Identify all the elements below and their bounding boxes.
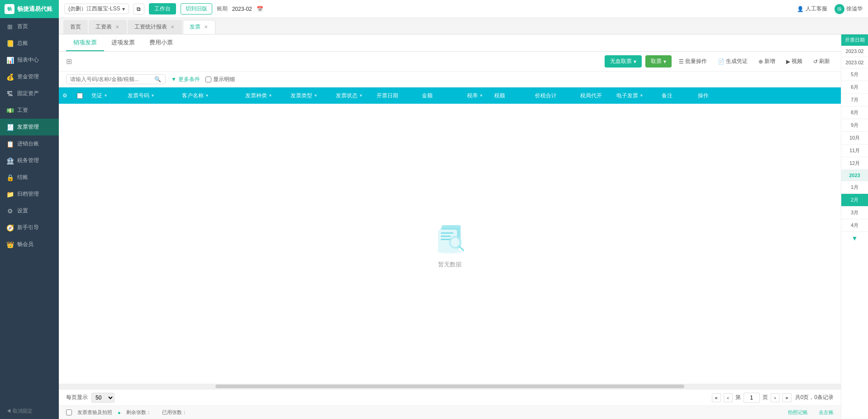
workbench-button[interactable]: 工作台 bbox=[149, 3, 176, 14]
th-tax-rate-filter[interactable]: ▼ bbox=[479, 93, 483, 98]
batch-op-button[interactable]: ☰ 批量操作 bbox=[675, 56, 711, 67]
tab-invoice-mgmt[interactable]: 发票 ✕ bbox=[183, 20, 215, 34]
subtab-sales[interactable]: 销项发票 bbox=[66, 35, 104, 51]
date-item-6[interactable]: 6月 bbox=[841, 81, 868, 94]
new-button[interactable]: ⊕ 新增 bbox=[755, 56, 779, 67]
date-item-5[interactable]: 5月 bbox=[841, 68, 868, 81]
date-item-2-current[interactable]: 2月 bbox=[841, 194, 868, 207]
invoice-icon: 🧾 bbox=[6, 124, 14, 131]
unpin-sidebar[interactable]: ◀ 取消固定 bbox=[0, 403, 59, 419]
th-electronic-filter[interactable]: ▼ bbox=[639, 93, 644, 98]
date-item-3[interactable]: 3月 bbox=[841, 207, 868, 219]
sidebar-item-home[interactable]: ⊞ 首页 bbox=[0, 18, 59, 35]
scroll-down-button[interactable]: ▼ bbox=[841, 232, 868, 245]
th-invoice-no-filter[interactable]: ▼ bbox=[151, 93, 155, 98]
tab-home[interactable]: 首页 bbox=[63, 20, 88, 34]
calendar-icon[interactable]: 📅 bbox=[257, 6, 263, 12]
empty-message: 暂无数据 bbox=[438, 260, 462, 269]
next-page-button[interactable]: › bbox=[771, 393, 780, 402]
batch-label: 批量操作 bbox=[685, 58, 707, 65]
customer-service[interactable]: 👤 人工客服 bbox=[797, 5, 827, 13]
tab-payroll-table[interactable]: 工资表 ✕ bbox=[89, 20, 127, 34]
gen-voucher-button[interactable]: 📄 生成凭证 bbox=[714, 56, 751, 67]
select-all-checkbox[interactable] bbox=[77, 93, 83, 99]
first-page-button[interactable]: « bbox=[712, 393, 721, 402]
sidebar-item-label: 资金管理 bbox=[17, 73, 39, 81]
close-payroll-tab[interactable]: ✕ bbox=[114, 24, 120, 30]
subtab-purchase[interactable]: 进项发票 bbox=[104, 35, 142, 51]
sidebar-item-settings[interactable]: ⚙ 设置 bbox=[0, 202, 59, 219]
search-box[interactable]: 🔍 bbox=[66, 74, 166, 84]
date-item-7[interactable]: 7月 bbox=[841, 94, 868, 106]
date-item-2023-02-b[interactable]: 2023.02 bbox=[841, 57, 868, 68]
sidebar-item-reports[interactable]: 📊 报表中心 bbox=[0, 52, 59, 68]
sidebar-item-general-ledger[interactable]: 📒 总账 bbox=[0, 35, 59, 52]
refresh-button[interactable]: ↺ 刷新 bbox=[810, 56, 834, 67]
go-right-link[interactable]: 去左账 bbox=[819, 409, 834, 416]
date-item-label: 9月 bbox=[851, 122, 858, 128]
horizontal-scrollbar[interactable] bbox=[59, 384, 841, 389]
video-button[interactable]: ▶ 视频 bbox=[782, 56, 806, 67]
scroll-thumb[interactable] bbox=[215, 385, 685, 388]
show-detail-checkbox[interactable]: 显示明细 bbox=[205, 76, 235, 83]
last-page-button[interactable]: » bbox=[782, 393, 792, 402]
sidebar-item-label: 新手引导 bbox=[17, 224, 39, 231]
empty-illustration bbox=[432, 219, 468, 255]
sidebar-item-guide[interactable]: 🧭 新手引导 bbox=[0, 219, 59, 236]
close-payroll-stat-tab[interactable]: ✕ bbox=[170, 24, 175, 30]
th-tax-label: 税额 bbox=[494, 92, 505, 100]
date-item-label: 6月 bbox=[851, 84, 858, 90]
page-unit: 页 bbox=[763, 394, 768, 401]
new-icon: ⊕ bbox=[758, 58, 763, 65]
th-customer: 客户名称 ▼ bbox=[178, 87, 242, 104]
date-panel-header[interactable]: 开票日期 bbox=[841, 34, 868, 46]
date-item-8[interactable]: 8月 bbox=[841, 106, 868, 119]
check-verify-checkbox[interactable] bbox=[66, 409, 72, 415]
sidebar-item-label: 报表中心 bbox=[17, 56, 39, 64]
get-invoice-button[interactable]: 取票 ▾ bbox=[645, 55, 672, 67]
th-tax-total: 价税合计 bbox=[531, 87, 577, 104]
unpin-label: ◀ 取消固定 bbox=[6, 408, 33, 414]
date-item-4[interactable]: 4月 bbox=[841, 219, 868, 232]
th-invoice-type-filter[interactable]: ▼ bbox=[268, 93, 272, 98]
sidebar-item-sales-ledger[interactable]: 📋 进销台账 bbox=[0, 135, 59, 152]
page-input[interactable] bbox=[744, 393, 760, 403]
th-customer-filter[interactable]: ▼ bbox=[205, 93, 209, 98]
date-item-11[interactable]: 11月 bbox=[841, 144, 868, 157]
show-detail-input[interactable] bbox=[205, 77, 211, 82]
sidebar-item-archive[interactable]: 📁 归档管理 bbox=[0, 186, 59, 202]
date-item-12[interactable]: 12月 bbox=[841, 157, 868, 170]
more-conditions-button[interactable]: ▼ 更多条件 bbox=[171, 76, 200, 83]
search-input[interactable] bbox=[70, 76, 152, 82]
date-item-1[interactable]: 1月 bbox=[841, 181, 868, 194]
sidebar-item-tax[interactable]: 🏦 税务管理 bbox=[0, 152, 59, 169]
add-account-link[interactable]: 拍照记账 bbox=[788, 409, 808, 416]
close-invoice-tab[interactable]: ✕ bbox=[203, 24, 209, 30]
company-selector[interactable]: (勿删）江西服宝-LSS ▾ bbox=[64, 4, 129, 14]
dropdown-arrow2: ▾ bbox=[663, 58, 666, 65]
switch-version-button[interactable]: 切到旧版 bbox=[181, 3, 212, 14]
sidebar-item-fixed-assets[interactable]: 🏗 固定资产 bbox=[0, 85, 59, 102]
date-item-10[interactable]: 10月 bbox=[841, 132, 868, 144]
subtab-expense[interactable]: 费用小票 bbox=[142, 35, 180, 51]
per-page-select[interactable]: 50 100 bbox=[91, 393, 114, 403]
th-voucher-sort[interactable]: ▼ bbox=[104, 93, 108, 98]
no-invoice-button[interactable]: 无血取票 ▾ bbox=[605, 55, 642, 67]
settings-col-icon[interactable]: ⚙ bbox=[62, 92, 67, 99]
sidebar-item-label: 发票管理 bbox=[17, 123, 39, 131]
tab-payroll-stat[interactable]: 工资统计报表 ✕ bbox=[128, 20, 182, 34]
svg-rect-5 bbox=[441, 236, 451, 237]
copy-icon[interactable]: ⧉ bbox=[134, 4, 144, 14]
sidebar-item-close[interactable]: 🔒 结账 bbox=[0, 169, 59, 186]
sidebar-item-member[interactable]: 👑 畅会员 bbox=[0, 236, 59, 253]
sidebar-item-payroll[interactable]: 💵 工资 bbox=[0, 102, 59, 119]
sidebar-item-invoice[interactable]: 🧾 发票管理 bbox=[0, 119, 59, 135]
th-invoice-category-filter[interactable]: ▼ bbox=[314, 93, 318, 98]
th-invoice-status-filter[interactable]: ▼ bbox=[359, 93, 363, 98]
prev-page-button[interactable]: ‹ bbox=[724, 393, 733, 402]
user-avatar[interactable]: 徐 徐溢华 bbox=[835, 4, 863, 14]
date-item-2023-02-top[interactable]: 2023.02 bbox=[841, 46, 868, 57]
date-item-9[interactable]: 9月 bbox=[841, 119, 868, 132]
sidebar-item-fund[interactable]: 💰 资金管理 bbox=[0, 68, 59, 85]
date-item-label: 2月 bbox=[851, 197, 858, 202]
